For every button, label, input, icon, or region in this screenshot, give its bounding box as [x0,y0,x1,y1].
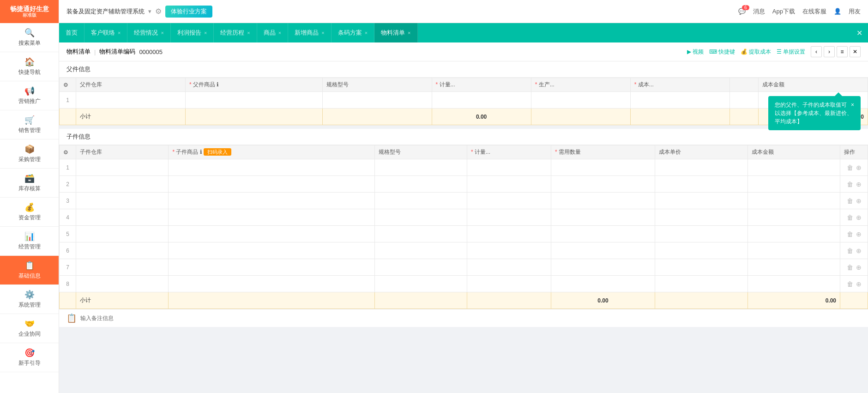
child-qty-cell-4[interactable] [551,209,655,226]
tab-close-barcode[interactable]: × [365,30,368,36]
child-unit-cost-cell-5[interactable] [655,226,747,242]
child-warehouse-cell-3[interactable] [76,193,169,209]
sidebar-item-enterprise[interactable]: 🤝企业协同 [0,314,59,343]
copy-row-icon-2[interactable]: ⊕ [856,181,862,188]
message-icon[interactable]: 💬 6 [738,8,746,15]
parent-unit-cell[interactable] [432,92,531,109]
parent-production-cell[interactable] [531,92,630,109]
child-qty-cell-6[interactable] [551,242,655,259]
child-unit-cell-5[interactable] [467,226,551,242]
sidebar-item-finance[interactable]: 💰资金管理 [0,198,59,227]
child-qty-cell-3[interactable] [551,193,655,209]
child-warehouse-cell-6[interactable] [76,242,169,259]
child-warehouse-cell-7[interactable] [76,259,169,276]
copy-row-icon-3[interactable]: ⊕ [856,197,862,205]
child-unit-cell-6[interactable] [467,242,551,259]
child-qty-cell-2[interactable] [551,176,655,193]
note-icon[interactable]: 📋 [66,313,77,323]
child-warehouse-cell-8[interactable] [76,276,169,292]
nav-tab-customers[interactable]: 客户联络× [84,23,127,42]
sidebar-item-operations[interactable]: 📊经营管理 [0,227,59,256]
nav-tab-operations[interactable]: 经营情况× [127,23,170,42]
child-col-settings[interactable]: ⚙ [60,145,76,159]
child-warehouse-cell-4[interactable] [76,209,169,226]
child-spec-cell-6[interactable] [374,242,467,259]
sidebar-item-purchase[interactable]: 📦采购管理 [0,139,59,169]
parent-warehouse-cell[interactable] [76,92,186,109]
delete-row-icon-2[interactable]: 🗑 [847,181,853,188]
copy-row-icon-6[interactable]: ⊕ [856,247,862,254]
delete-row-icon-7[interactable]: 🗑 [847,264,853,271]
tab-close-profit[interactable]: × [204,30,207,36]
child-unit-cost-cell-6[interactable] [655,242,747,259]
child-unit-cell-8[interactable] [467,276,551,292]
parent-spec-cell[interactable] [322,92,432,109]
service-label[interactable]: 在线客服 [802,7,826,16]
child-goods-cell-1[interactable] [169,159,374,176]
nav-menu-button[interactable]: ≡ [837,46,848,57]
tooltip-close-icon[interactable]: × [851,101,854,109]
breadcrumb-item1[interactable]: 物料清单 [66,48,90,56]
delete-row-icon-6[interactable]: 🗑 [847,247,853,254]
sidebar-item-basics[interactable]: 📋基础信息 [0,256,59,285]
nav-prev-button[interactable]: ‹ [811,46,822,57]
app-download-label[interactable]: App下载 [772,7,795,16]
child-goods-cell-8[interactable] [169,276,374,292]
child-unit-cost-cell-4[interactable] [655,209,747,226]
nav-tab-profit[interactable]: 利润报告× [171,23,214,42]
copy-row-icon-8[interactable]: ⊕ [856,280,862,288]
child-spec-cell-1[interactable] [374,159,467,176]
nav-tab-barcode[interactable]: 条码方案× [332,23,374,42]
child-unit-cell-1[interactable] [467,159,551,176]
child-goods-cell-5[interactable] [169,226,374,242]
parent-cost-cell[interactable] [630,92,729,109]
child-unit-cost-cell-8[interactable] [655,276,747,292]
trial-button[interactable]: 体验行业方案 [165,6,212,18]
parent-goods-cell[interactable] [185,92,322,109]
child-spec-cell-8[interactable] [374,276,467,292]
child-unit-cost-cell-2[interactable] [655,176,747,193]
video-action[interactable]: ▶ 视频 [687,48,704,56]
child-unit-cost-cell-7[interactable] [655,259,747,276]
nav-tab-home[interactable]: 首页 [59,23,84,42]
child-unit-cell-7[interactable] [467,259,551,276]
copy-row-icon-1[interactable]: ⊕ [856,164,862,171]
sidebar-item-search[interactable]: 🔍搜索菜单 [0,23,59,52]
tab-close-bom[interactable]: × [408,30,410,36]
child-qty-cell-8[interactable] [551,276,655,292]
sidebar-item-nav[interactable]: 🏠快捷导航 [0,52,59,81]
tab-close-goods[interactable]: × [278,30,281,36]
scan-button[interactable]: 扫码录入 [204,148,231,156]
sidebar-item-system[interactable]: ⚙️系统管理 [0,285,59,314]
tab-close-new_goods[interactable]: × [321,30,324,36]
tab-close-history[interactable]: × [247,30,250,36]
child-unit-cost-cell-3[interactable] [655,193,747,209]
delete-row-icon-5[interactable]: 🗑 [847,230,853,238]
nav-next-button[interactable]: › [824,46,835,57]
child-qty-cell-1[interactable] [551,159,655,176]
sidebar-item-inventory[interactable]: 🗃️库存核算 [0,169,59,198]
tab-close-customers[interactable]: × [118,30,121,36]
sidebar-item-marketing[interactable]: 📢营销推广 [0,81,59,110]
nav-tab-goods[interactable]: 商品× [257,23,288,42]
child-qty-cell-5[interactable] [551,226,655,242]
child-goods-cell-6[interactable] [169,242,374,259]
child-goods-cell-4[interactable] [169,209,374,226]
child-warehouse-cell-2[interactable] [76,176,169,193]
delete-row-icon-3[interactable]: 🗑 [847,197,853,205]
child-unit-cell-4[interactable] [467,209,551,226]
note-placeholder[interactable]: 输入备注信息 [80,314,114,322]
shortcut-action[interactable]: ⌨ 快捷键 [709,48,735,56]
delete-row-icon-8[interactable]: 🗑 [847,280,853,288]
tab-close-operations[interactable]: × [161,30,163,36]
header-gear-icon[interactable]: ⚙ [155,7,162,16]
copy-row-icon-7[interactable]: ⊕ [856,264,862,271]
child-spec-cell-3[interactable] [374,193,467,209]
child-unit-cost-cell-1[interactable] [655,159,747,176]
sidebar-item-sales[interactable]: 🛒销售管理 [0,110,59,139]
child-goods-cell-7[interactable] [169,259,374,276]
user-label[interactable]: 用友 [849,7,861,16]
parent-col-settings[interactable]: ⚙ [60,78,76,92]
copy-row-icon-4[interactable]: ⊕ [856,214,862,221]
child-goods-cell-2[interactable] [169,176,374,193]
